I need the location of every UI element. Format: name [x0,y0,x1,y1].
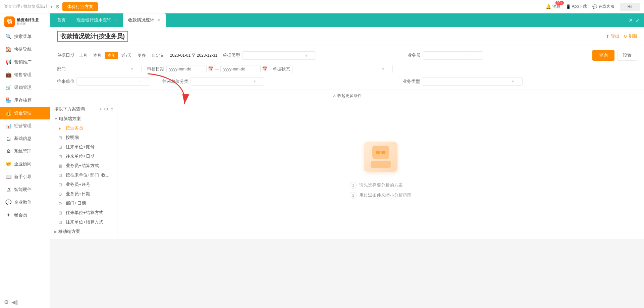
date-range-display: 2023-01-01 至 2023-12-31 [170,53,217,58]
scheme-item-dept-date[interactable]: ⊙ 部门+日期 [50,199,117,208]
sidebar-item-enterprise[interactable]: 🤝 企业协同 [0,158,50,170]
main-content: 首页 现金银行流水查询 ✕ 收款情况统计 ✕ ✕ ⤢ 收款情况统计(按业务员) [50,13,644,308]
calendar-to-icon[interactable]: 📅 [262,66,267,71]
doc-status-arrow-icon: ▾ [382,66,384,71]
scheme-item-salesperson-account[interactable]: ⊡ 业务员+账号 [50,180,117,189]
gear-icon[interactable]: ⚙ [55,4,60,10]
triangle-down-icon: ▼ [54,117,58,121]
scheme-item-by-detail[interactable]: ⊞ 按明细 [50,133,117,142]
counterpart-account-icon: ⊡ [58,145,64,150]
review-date-to-input[interactable] [220,65,261,73]
sidebar-item-purchase[interactable]: 🛒 采购管理 [0,81,50,94]
collapse-bar[interactable]: ∧ 收起更多条件 [50,90,644,101]
industry-solution-button[interactable]: 体验行业方案 [62,2,98,11]
counterpart-category-arrow-icon: ▾ [254,79,256,84]
settings-bottom-icon[interactable]: ⚙ [4,299,9,305]
sidebar-item-wechat[interactable]: 💬 企业微信 [0,196,50,209]
sidebar-item-smart-hardware[interactable]: 🖨 智能硬件 [0,183,50,196]
review-date-from-input[interactable] [166,65,207,73]
date-tab-this-month[interactable]: 本月 [91,52,104,59]
doc-status-label: 单据状态 [273,66,290,72]
query-button[interactable]: 查询 [592,50,614,61]
scheme-group-pc: ▼ 电脑端方案 ● 按业务员 ⊞ 按明细 [50,114,117,227]
empty-illustration [364,142,397,172]
header-actions: 🔔 消息 99+ 📱 App下载 💬 在线客服 Rit [546,3,640,11]
dept-label: 部门 [57,66,66,72]
app-name: 畅捷通好生意 [17,17,39,22]
tab-collect-stat[interactable]: 收款情况统计 ✕ [123,13,166,27]
header-left: 资金管理 / 收款情况统计 ▾ ⚙ 体验行业方案 [4,2,98,11]
export-icon: ⬆ [606,34,609,39]
sidebar-item-finance[interactable]: 💰 资金管理 [0,107,50,119]
tab-maximize-icon[interactable]: ⤢ [636,17,640,23]
setting-button[interactable]: 设置 [617,50,637,61]
wechat-icon: 💬 [5,199,11,205]
sidebar-item-sales[interactable]: 💼 销售管理 [0,68,50,81]
filter-row-1: 单据日期 上月 本月 本年 近7天 更多 自定义 2023-01-01 [57,50,637,61]
app-logo: 畅 [4,16,15,27]
scheme-item-salesperson-settlement[interactable]: ▦ 业务员+结算方式 [50,161,117,170]
counterpart-category-filter: 往来单位分类 ▾ [162,77,397,86]
sidebar-item-inventory[interactable]: 🏪 库存核算 [0,94,50,107]
scheme-item-counterpart-settlement1[interactable]: ⊞ 往来单位+结算方式 [50,208,117,217]
dept-select[interactable]: ▾ [68,65,142,73]
search-icon: 🔍 [5,34,11,40]
sidebar-item-system[interactable]: ⚙ 系统管理 [0,145,50,158]
doc-status-select[interactable]: ▾ [292,65,393,73]
date-label: 单据日期 [57,52,74,58]
collapse-sidebar-icon[interactable]: ◀‖ [11,299,18,305]
scheme-item-counterpart-account[interactable]: ⊡ 往来单位+账号 [50,142,117,152]
sidebar-item-guide[interactable]: 📖 新手引导 [0,170,50,183]
export-button[interactable]: ⬆ 导出 [606,33,620,39]
calendar-from-icon[interactable]: 📅 [208,66,213,71]
scheme-setting-button[interactable]: ⚙ [104,106,108,112]
sales-icon: 💼 [5,72,11,78]
tab-bank-flow[interactable]: 现金银行流水查询 ✕ [71,13,123,27]
refresh-button[interactable]: ↻ 刷新 [624,33,637,39]
date-tabs: 上月 本月 本年 近7天 更多 自定义 [76,52,167,59]
sidebar-item-member[interactable]: ✦ 畅会员 [0,209,50,221]
top-header: 资金管理 / 收款情况统计 ▾ ⚙ 体验行业方案 🔔 消息 99+ 📱 App下… [0,0,644,13]
sidebar-item-basic-info[interactable]: 🗂 基础信息 [0,132,50,145]
sidebar-item-operations[interactable]: 📊 经营管理 [0,119,50,132]
operations-icon: 📊 [5,123,11,129]
date-tab-this-year[interactable]: 本年 [105,52,118,59]
date-tab-custom[interactable]: 自定义 [149,52,167,59]
counterpart-label: 往来单位 [57,79,74,85]
tab-close-collect-stat[interactable]: ✕ [157,18,160,22]
doc-type-select[interactable]: ▾ [242,51,316,60]
chevron-down-icon[interactable]: ▾ [50,4,53,9]
empty-step-1: 1 请先选择要分析的方案 [350,182,412,189]
tab-home[interactable]: 首页 [52,13,71,27]
user-avatar[interactable]: Rit [620,3,640,11]
scheme-item-by-salesperson[interactable]: ● 按业务员 [50,123,117,133]
counterpart-select[interactable]: ··· [76,77,150,86]
date-filter-item: 单据日期 上月 本月 本年 近7天 更多 自定义 2023-01-01 [57,52,217,59]
scheme-group-pc-title[interactable]: ▼ 电脑端方案 [50,114,117,123]
scheme-add-button[interactable]: + [99,106,102,112]
sidebar-item-quick-nav[interactable]: 🏠 快捷导航 [0,43,50,56]
tab-close-bank-flow[interactable]: ✕ [114,18,117,22]
scheme-item-counterpart-settlement2[interactable]: ⊡ 往来单位+结算方式 [50,217,117,227]
scheme-item-counterpart-dept-collect[interactable]: ⊡ 按往来单位+部门+收... [50,170,117,180]
review-date-label: 审核日期 [147,66,164,72]
scheme-item-counterpart-date[interactable]: ⊡ 往来单位+日期 [50,152,117,161]
scheme-item-salesperson-date[interactable]: ⊙ 业务员+日期 [50,189,117,199]
date-tab-more[interactable]: 更多 [135,52,149,59]
business-type-select[interactable]: ▾ [422,77,523,86]
page-title: 收款情况统计(按业务员) [57,31,128,42]
sidebar-item-search-menu[interactable]: 🔍 搜索菜单 [0,30,50,43]
salesperson-account-icon: ⊡ [58,182,64,187]
notification-area[interactable]: 🔔 消息 99+ [546,4,560,9]
date-tab-last7[interactable]: 近7天 [119,52,135,59]
counterpart-category-select[interactable]: ▾ [191,77,264,86]
tab-close-all-icon[interactable]: ✕ [629,17,633,23]
counterpart-settlement1-icon: ⊞ [58,210,64,215]
online-service-button[interactable]: 💬 在线客服 [592,4,614,9]
scheme-collapse-button[interactable]: « [110,106,113,112]
date-tab-last-month[interactable]: 上月 [76,52,90,59]
app-download-button[interactable]: 📱 App下载 [566,4,587,9]
scheme-group-mobile-title[interactable]: ▶ 移动端方案 [50,227,117,236]
salesperson-select[interactable]: ··· [423,51,483,60]
sidebar-item-marketing[interactable]: 📢 营销推广 [0,56,50,68]
